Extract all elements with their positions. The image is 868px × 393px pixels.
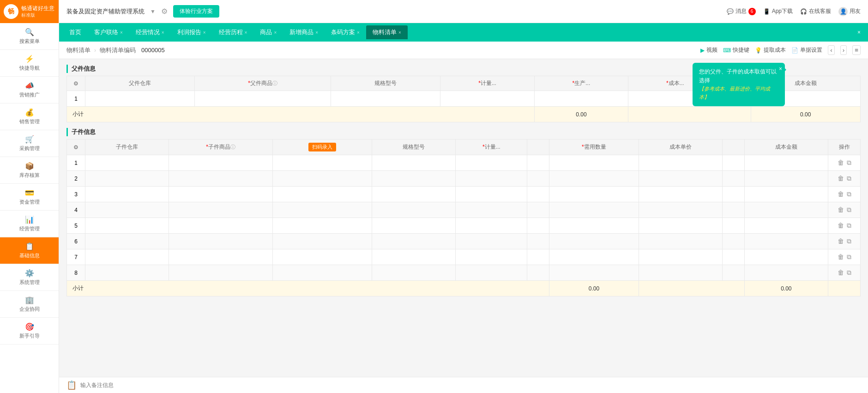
child-row-1-spec[interactable] — [372, 155, 455, 171]
purchase-icon: 🛒 — [25, 135, 34, 144]
sidebar-item-guide[interactable]: 🎯新手引导 — [0, 318, 59, 345]
doc-settings-btn[interactable]: 📄单据设置 — [791, 46, 822, 54]
child-row-1-ops: 🗑⧉ — [828, 155, 861, 171]
online-service-btn[interactable]: 🎧 在线客服 — [800, 7, 831, 15]
parent-col-settings[interactable]: ⚙ — [67, 76, 85, 91]
parent-product-info-icon[interactable]: ⓘ — [272, 80, 277, 86]
tab-product-close[interactable]: × — [274, 30, 277, 35]
child-row-2-unit[interactable] — [456, 171, 527, 187]
delete-icon-5[interactable]: 🗑 — [838, 222, 844, 229]
message-btn[interactable]: 💬 消息 6 — [727, 7, 756, 15]
sidebar-item-purchase[interactable]: 🛒采购管理 — [0, 130, 59, 157]
tab-new-product[interactable]: 新增商品× — [283, 25, 325, 39]
scan-input-btn[interactable]: 扫码录入 — [308, 143, 336, 151]
tab-bom-close[interactable]: × — [398, 30, 401, 35]
tab-home[interactable]: 首页 — [63, 25, 88, 39]
tab-customer-close[interactable]: × — [120, 30, 123, 35]
gear-btn[interactable]: ⚙ — [161, 7, 168, 16]
extract-cost-btn[interactable]: 💡提取成本 — [755, 46, 786, 54]
sidebar-item-marketing[interactable]: 📣营销推广 — [0, 77, 59, 103]
tab-new-product-close[interactable]: × — [315, 30, 318, 35]
delete-icon[interactable]: 🗑 — [838, 159, 844, 166]
marketing-icon: 📣 — [25, 81, 34, 90]
copy-icon-4[interactable]: ⧉ — [847, 206, 851, 213]
menu-btn[interactable]: ≡ — [852, 45, 861, 55]
parent-row-1-unit[interactable] — [440, 91, 534, 107]
parent-row-1-produce[interactable] — [534, 91, 628, 107]
copy-icon[interactable]: ⧉ — [847, 159, 851, 166]
child-row-1-wh[interactable] — [85, 155, 169, 171]
tooltip-text: 您的父件、子件的成本取值可以选择 — [699, 67, 778, 85]
delete-icon-8[interactable]: 🗑 — [838, 269, 844, 276]
tab-operations[interactable]: 经营情况× — [129, 25, 171, 39]
copy-icon-2[interactable]: ⧉ — [847, 175, 851, 182]
remark-input[interactable] — [80, 382, 861, 388]
tab-profit[interactable]: 利润报告× — [171, 25, 212, 39]
parent-row-1-warehouse[interactable] — [85, 91, 195, 107]
parent-subtotal-extra — [628, 107, 751, 122]
tab-profit-close[interactable]: × — [203, 30, 206, 35]
child-col-amount: 成本金额 — [744, 139, 828, 155]
parent-row-1-product[interactable] — [195, 91, 331, 107]
child-row-2-qty[interactable] — [549, 171, 639, 187]
delete-icon-2[interactable]: 🗑 — [838, 175, 844, 182]
child-row-1-unitcost[interactable] — [639, 155, 723, 171]
child-product-info-icon[interactable]: ⓘ — [230, 144, 235, 150]
user-btn[interactable]: 👤 用友 — [838, 7, 861, 16]
delete-icon-3[interactable]: 🗑 — [838, 190, 844, 198]
sidebar-item-finance[interactable]: 💳资金管理 — [0, 184, 59, 211]
tabs-close-btn[interactable]: × — [854, 27, 864, 37]
inventory-icon: 📦 — [25, 162, 34, 170]
sidebar-item-system[interactable]: ⚙️系统管理 — [0, 264, 59, 291]
tab-bom[interactable]: 物料清单× — [366, 25, 408, 39]
bottom-icon: 📋 — [66, 380, 77, 390]
child-row-1-unit[interactable] — [456, 155, 527, 171]
child-col-product: *子件商品ⓘ — [169, 139, 273, 155]
dropdown-icon[interactable]: ▼ — [150, 8, 156, 15]
child-row-1-qty[interactable] — [549, 155, 639, 171]
copy-icon-6[interactable]: ⧉ — [847, 237, 851, 245]
next-btn[interactable]: › — [840, 45, 847, 55]
child-row-1-product[interactable] — [169, 155, 273, 171]
copy-icon-8[interactable]: ⧉ — [847, 269, 851, 276]
sidebar-item-basicinfo[interactable]: 📋基础信息 — [0, 237, 59, 264]
app-download-btn[interactable]: 📱 App下载 — [763, 7, 793, 15]
tab-barcode[interactable]: 条码方案× — [325, 25, 366, 39]
copy-icon-7[interactable]: ⧉ — [847, 253, 851, 260]
child-row-2-wh[interactable] — [85, 171, 169, 187]
child-row-2-spec[interactable] — [372, 171, 455, 187]
video-btn[interactable]: ▶视频 — [700, 46, 717, 54]
sidebar-item-operations[interactable]: 📊经营管理 — [0, 211, 59, 237]
child-col-extra2 — [723, 139, 744, 155]
logo: 畅 畅通诸好生意 标准版 — [0, 0, 59, 23]
sidebar-item-sales[interactable]: 💰销售管理 — [0, 103, 59, 130]
sidebar-item-enterprise[interactable]: 🏢企业协同 — [0, 291, 59, 318]
prev-btn[interactable]: ‹ — [828, 45, 834, 55]
tab-barcode-close[interactable]: × — [357, 30, 360, 35]
delete-icon-4[interactable]: 🗑 — [838, 206, 844, 213]
sidebar-item-quicknav[interactable]: ⚡快捷导航 — [0, 50, 59, 77]
operations-icon: 📊 — [25, 215, 34, 224]
guide-icon: 🎯 — [25, 322, 34, 331]
tab-product[interactable]: 商品× — [253, 25, 283, 39]
delete-icon-7[interactable]: 🗑 — [838, 253, 844, 260]
tooltip-close-btn[interactable]: × — [779, 65, 782, 73]
tab-customer[interactable]: 客户联络× — [88, 25, 129, 39]
child-col-settings[interactable]: ⚙ — [67, 139, 85, 155]
tab-operations-close[interactable]: × — [162, 30, 164, 35]
shortcut-btn[interactable]: ⌨快捷键 — [723, 46, 749, 54]
copy-icon-3[interactable]: ⧉ — [847, 190, 851, 198]
delete-icon-6[interactable]: 🗑 — [838, 237, 844, 245]
parent-row-1-spec[interactable] — [331, 91, 440, 107]
child-row-2-unitcost[interactable] — [639, 171, 723, 187]
basicinfo-icon: 📋 — [25, 242, 34, 251]
child-row-2-product[interactable] — [169, 171, 273, 187]
tab-history-close[interactable]: × — [245, 30, 247, 35]
copy-icon-5[interactable]: ⧉ — [847, 222, 851, 229]
breadcrumb-bom-list[interactable]: 物料清单 — [66, 46, 90, 54]
trial-btn[interactable]: 体验行业方案 — [173, 5, 219, 18]
tab-history[interactable]: 经营历程× — [212, 25, 254, 39]
service-icon: 🎧 — [800, 8, 807, 15]
sidebar-item-inventory[interactable]: 📦库存核算 — [0, 157, 59, 184]
sidebar-item-search[interactable]: 🔍搜索菜单 — [0, 23, 59, 50]
